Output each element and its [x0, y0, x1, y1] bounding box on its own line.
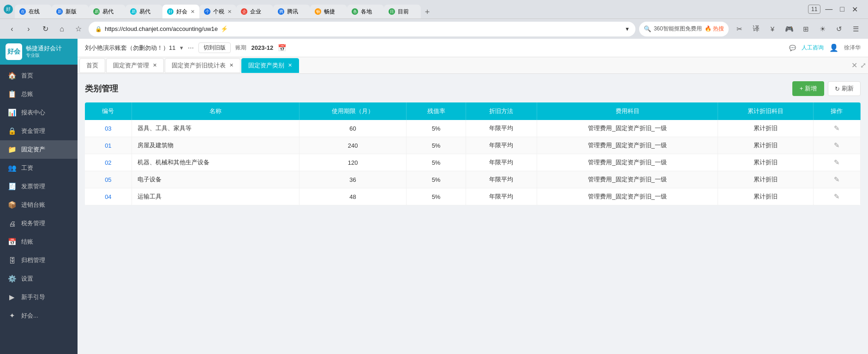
menu-tool[interactable]: ☰ [849, 22, 862, 36]
grid-tool[interactable]: ⊞ [799, 22, 813, 36]
window-expand-icon[interactable]: ⤢ [860, 61, 866, 70]
translate-tool[interactable]: 译 [749, 22, 763, 36]
browser-tab-2[interactable]: 新 新版 [52, 5, 89, 18]
support-label[interactable]: 人工咨询 [802, 44, 824, 52]
tab-close-6[interactable]: ✕ [227, 9, 232, 15]
browser-tab-1[interactable]: 在 在线 [15, 5, 52, 18]
tab-label-2: 新版 [66, 8, 77, 16]
tab-label-4: 易代 [139, 8, 150, 16]
tab-controls: 11 — □ ✕ [804, 4, 864, 15]
sidebar-item-ledger[interactable]: 📋 总账 [0, 85, 78, 103]
undo-tool[interactable]: ↺ [832, 22, 846, 36]
top-bar-left: 刘小艳演示账套（勿删勿动！）11 ▾ ⋯ 切到旧版 账期 2023-12 📅 [85, 42, 287, 53]
cell-accumulated-3: 累计折旧 [718, 171, 814, 188]
cell-code-3: 05 [85, 171, 132, 188]
cell-edit-4[interactable]: ✎ [813, 188, 860, 205]
add-button[interactable]: + 新增 [792, 81, 824, 96]
switch-version-button[interactable]: 切到旧版 [198, 42, 231, 53]
cell-residual-0: 5% [407, 120, 466, 137]
scissors-tool[interactable]: ✂ [732, 22, 746, 36]
url-bar[interactable]: 🔒 https://cloud.chanjet.com/accounting/u… [89, 22, 635, 36]
browser-tab-11[interactable]: 目 目前 [384, 5, 421, 18]
sidebar-item-purchase[interactable]: 📦 进销台账 [0, 196, 78, 214]
page-tab-category-label: 固定资产类别 [248, 61, 284, 70]
tab-close-5[interactable]: ✕ [191, 9, 195, 15]
calendar-icon[interactable]: 📅 [278, 44, 287, 52]
cell-code-4: 04 [85, 188, 132, 205]
sidebar-item-reports[interactable]: 📊 报表中心 [0, 103, 78, 122]
col-header-operation: 操作 [813, 102, 860, 120]
account-menu-icon[interactable]: ⋯ [188, 44, 194, 51]
browser-tab-5[interactable]: 好 好会 ✕ [162, 5, 199, 18]
page-tab-depreciation[interactable]: 固定资产折旧统计表 ✕ [165, 58, 240, 73]
sidebar-label-funds: 资金管理 [21, 127, 45, 135]
cell-edit-0[interactable]: ✎ [813, 120, 860, 137]
browser-tab-3[interactable]: 易 易代 [89, 5, 126, 18]
back-button[interactable]: ‹ [6, 23, 18, 36]
cell-edit-3[interactable]: ✎ [813, 171, 860, 188]
sidebar-item-fixed-assets[interactable]: 📁 固定资产 [0, 140, 78, 159]
tab-icon-2: 新 [56, 8, 63, 15]
page-tab-fixed-mgmt[interactable]: 固定资产管理 ✕ [106, 58, 164, 73]
hot-search-label: 🔥 热搜 [705, 25, 724, 33]
col-header-accumulated: 累计折旧科目 [718, 102, 814, 120]
period-value: 2023-12 [251, 44, 273, 51]
browser-tab-8[interactable]: 腾 腾讯 [273, 5, 310, 18]
maximize-button[interactable]: □ [837, 4, 847, 14]
url-dropdown-icon[interactable]: ▾ [626, 25, 629, 32]
close-window-button[interactable]: ✕ [849, 4, 861, 15]
currency-tool[interactable]: ¥ [766, 22, 779, 36]
bookmark-button[interactable]: ☆ [72, 23, 85, 36]
sidebar-item-more[interactable]: ✦ 好会... [0, 306, 78, 325]
search-bar[interactable]: 🔍 360智能抠图免费用 🔥 热搜 [639, 22, 729, 36]
expand-icon[interactable]: ▾ [180, 44, 183, 51]
close-depreciation-tab[interactable]: ✕ [229, 62, 233, 68]
sidebar-item-funds[interactable]: 🔒 资金管理 [0, 122, 78, 140]
secure-icon: 🔒 [95, 26, 102, 32]
sidebar-item-closing[interactable]: 📅 结账 [0, 233, 78, 251]
cell-name-4: 运输工具 [132, 188, 299, 205]
sidebar-menu: 🏠 首页 📋 总账 📊 报表中心 🔒 资金管理 📁 固定资产 👥 工资 [0, 65, 78, 354]
sidebar-item-tax[interactable]: 🖨 税务管理 [0, 214, 78, 233]
cell-edit-1[interactable]: ✎ [813, 137, 860, 154]
page-tab-home[interactable]: 首页 [79, 58, 105, 73]
close-category-tab[interactable]: ✕ [288, 62, 292, 68]
user-avatar-icon: 👤 [829, 43, 838, 52]
new-tab-button[interactable]: + [421, 6, 434, 18]
close-fixed-mgmt-tab[interactable]: ✕ [153, 62, 157, 68]
table-row: 01 房屋及建筑物 240 5% 年限平均 管理费用_固定资产折旧_一级 累计折… [85, 137, 861, 154]
search-icon: 🔍 [644, 25, 651, 32]
sidebar-item-archive[interactable]: 🗄 归档管理 [0, 251, 78, 270]
browser-tab-6[interactable]: 个 个税 ✕ [199, 5, 236, 18]
refresh-button[interactable]: ↻ 刷新 [828, 81, 861, 96]
page-title-bar: 类别管理 + 新增 ↻ 刷新 [85, 81, 861, 96]
sidebar-item-guide[interactable]: ▶ 新手引导 [0, 288, 78, 306]
game-tool[interactable]: 🎮 [782, 22, 796, 36]
sidebar-label-payroll: 工资 [21, 164, 33, 172]
browser-tab-10[interactable]: 各 各地 [347, 5, 384, 18]
cell-residual-1: 5% [407, 137, 466, 154]
window-close-icon[interactable]: ✕ [851, 61, 857, 70]
cell-edit-2[interactable]: ✎ [813, 154, 860, 171]
page-tab-category[interactable]: 固定资产类别 ✕ [241, 58, 299, 73]
tab-count-badge[interactable]: 11 [808, 5, 820, 14]
sidebar-item-home[interactable]: 🏠 首页 [0, 66, 78, 85]
reload-button[interactable]: ↻ [39, 23, 52, 36]
page-area: 类别管理 + 新增 ↻ 刷新 编号 名称 使用期限（月） 残值率 [78, 74, 868, 354]
cell-residual-3: 5% [407, 171, 466, 188]
cell-method-4: 年限平均 [466, 188, 537, 205]
browser-tab-4[interactable]: 易 易代 [126, 5, 162, 18]
brightness-tool[interactable]: ☀ [815, 22, 829, 36]
fixed-assets-icon: 📁 [7, 145, 17, 154]
sidebar: 好会 畅捷通好会计 专业版 🏠 首页 📋 总账 📊 报表中心 🔒 资金管理 [0, 39, 78, 354]
tab-icon-3: 易 [93, 8, 100, 15]
browser-tab-9[interactable]: 畅 畅捷 [310, 5, 347, 18]
home-button[interactable]: ⌂ [55, 23, 68, 36]
sidebar-item-payroll[interactable]: 👥 工资 [0, 159, 78, 177]
purchase-icon: 📦 [7, 200, 17, 210]
sidebar-item-settings[interactable]: ⚙️ 设置 [0, 270, 78, 288]
sidebar-item-invoices[interactable]: 🧾 发票管理 [0, 177, 78, 196]
browser-tab-7[interactable]: 企 企业 [236, 5, 273, 18]
forward-button[interactable]: › [22, 23, 35, 36]
minimize-button[interactable]: — [822, 4, 835, 14]
